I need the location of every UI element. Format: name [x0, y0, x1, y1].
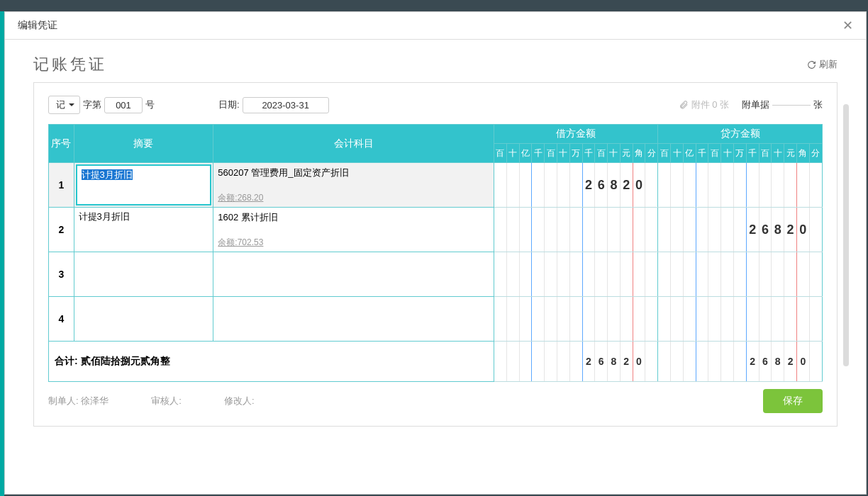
amount-digit[interactable]: [746, 163, 759, 208]
amount-digit[interactable]: [582, 297, 595, 342]
amount-digit[interactable]: [557, 208, 569, 252]
amount-digit[interactable]: [633, 208, 645, 252]
amount-digit[interactable]: [582, 252, 595, 297]
amount-digit[interactable]: 6: [595, 163, 608, 208]
amount-digit[interactable]: [696, 163, 708, 208]
amount-digit[interactable]: [809, 252, 822, 297]
amount-digit[interactable]: [721, 163, 734, 208]
amount-digit[interactable]: [519, 252, 532, 297]
amount-digit[interactable]: 8: [608, 342, 621, 382]
amount-digit[interactable]: [759, 297, 772, 342]
amount-digit[interactable]: [569, 297, 582, 342]
amount-digit[interactable]: 2: [746, 342, 759, 382]
summary-cell[interactable]: 计提3月折旧: [74, 208, 213, 252]
amount-digit[interactable]: [734, 342, 747, 382]
amount-digit[interactable]: [494, 208, 507, 252]
attach-sheet-input[interactable]: [772, 105, 811, 106]
amount-digit[interactable]: [772, 163, 784, 208]
amount-digit[interactable]: [545, 342, 557, 382]
amount-digit[interactable]: [645, 342, 658, 382]
amount-digit[interactable]: [645, 297, 658, 342]
amount-digit[interactable]: [557, 297, 569, 342]
amount-digit[interactable]: [759, 163, 772, 208]
scrollbar[interactable]: [843, 104, 849, 366]
amount-digit[interactable]: [494, 342, 507, 382]
amount-digit[interactable]: 2: [784, 342, 797, 382]
amount-digit[interactable]: [595, 297, 608, 342]
close-icon[interactable]: ✕: [842, 18, 853, 33]
save-button[interactable]: 保存: [763, 389, 823, 413]
amount-digit[interactable]: [506, 297, 519, 342]
summary-cell[interactable]: [74, 297, 213, 342]
amount-digit[interactable]: [569, 208, 582, 252]
amount-digit[interactable]: [494, 163, 507, 208]
amount-digit[interactable]: [519, 342, 532, 382]
amount-digit[interactable]: [784, 252, 797, 297]
amount-digit[interactable]: [506, 342, 519, 382]
amount-digit[interactable]: [595, 252, 608, 297]
amount-digit[interactable]: [683, 163, 696, 208]
amount-digit[interactable]: [671, 297, 684, 342]
amount-digit[interactable]: [746, 297, 759, 342]
voucher-number-input[interactable]: 001: [104, 97, 143, 113]
amount-digit[interactable]: [608, 252, 621, 297]
amount-digit[interactable]: 2: [582, 163, 595, 208]
amount-digit[interactable]: [772, 252, 784, 297]
account-cell[interactable]: [213, 297, 494, 342]
amount-digit[interactable]: [569, 252, 582, 297]
amount-digit[interactable]: [721, 297, 734, 342]
amount-digit[interactable]: [545, 252, 557, 297]
refresh-button[interactable]: 刷新: [807, 58, 838, 71]
amount-digit[interactable]: [683, 342, 696, 382]
amount-digit[interactable]: [633, 252, 645, 297]
amount-digit[interactable]: 2: [746, 208, 759, 252]
amount-digit[interactable]: [494, 252, 507, 297]
summary-cell[interactable]: [74, 252, 213, 297]
amount-digit[interactable]: [545, 297, 557, 342]
amount-digit[interactable]: [620, 297, 633, 342]
amount-digit[interactable]: 2: [620, 163, 633, 208]
amount-digit[interactable]: 0: [796, 208, 809, 252]
amount-digit[interactable]: [519, 297, 532, 342]
amount-digit[interactable]: 6: [759, 208, 772, 252]
amount-digit[interactable]: [506, 163, 519, 208]
amount-digit[interactable]: [569, 163, 582, 208]
amount-digit[interactable]: [696, 297, 708, 342]
amount-digit[interactable]: [796, 163, 809, 208]
attachment-link[interactable]: 附件 0 张: [679, 98, 729, 111]
amount-digit[interactable]: [658, 342, 671, 382]
amount-digit[interactable]: [608, 297, 621, 342]
amount-digit[interactable]: [620, 208, 633, 252]
date-input[interactable]: 2023-03-31: [243, 97, 329, 113]
account-cell[interactable]: 560207 管理费用_固定资产折旧余额:268.20: [213, 163, 494, 208]
amount-digit[interactable]: [658, 252, 671, 297]
amount-digit[interactable]: [683, 252, 696, 297]
amount-digit[interactable]: [557, 342, 569, 382]
amount-digit[interactable]: 2: [784, 208, 797, 252]
amount-digit[interactable]: [696, 208, 708, 252]
amount-digit[interactable]: [519, 208, 532, 252]
amount-digit[interactable]: [658, 297, 671, 342]
voucher-type-select[interactable]: 记: [48, 96, 80, 114]
amount-digit[interactable]: [772, 297, 784, 342]
amount-digit[interactable]: [734, 297, 747, 342]
amount-digit[interactable]: [658, 208, 671, 252]
amount-digit[interactable]: [796, 252, 809, 297]
amount-digit[interactable]: [557, 163, 569, 208]
amount-digit[interactable]: [671, 342, 684, 382]
amount-digit[interactable]: [683, 297, 696, 342]
amount-digit[interactable]: [608, 208, 621, 252]
amount-digit[interactable]: [708, 252, 721, 297]
amount-digit[interactable]: [696, 252, 708, 297]
amount-digit[interactable]: [708, 163, 721, 208]
amount-digit[interactable]: [708, 208, 721, 252]
amount-digit[interactable]: [658, 163, 671, 208]
amount-digit[interactable]: 2: [620, 342, 633, 382]
amount-digit[interactable]: [809, 163, 822, 208]
amount-digit[interactable]: [809, 342, 822, 382]
summary-cell[interactable]: 计提3月折旧: [74, 163, 213, 208]
amount-digit[interactable]: [595, 208, 608, 252]
amount-digit[interactable]: [506, 208, 519, 252]
amount-digit[interactable]: [796, 297, 809, 342]
amount-digit[interactable]: 8: [608, 163, 621, 208]
